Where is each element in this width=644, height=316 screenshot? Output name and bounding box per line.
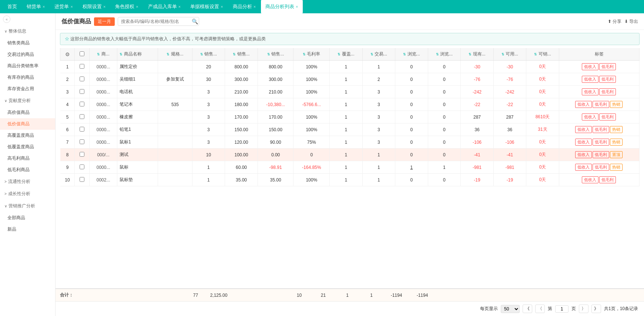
nav-sales[interactable]: 销货单 × bbox=[22, 0, 49, 13]
th-sale-qty[interactable]: ⇅ 销售... bbox=[192, 48, 225, 61]
cell-check[interactable] bbox=[75, 98, 89, 111]
sidebar-item-low-value[interactable]: 低价值商品 bbox=[0, 118, 55, 130]
cell-gross-rate: 100% bbox=[294, 111, 330, 123]
th-browse2[interactable]: ⇅ 浏览... bbox=[428, 48, 461, 61]
row-checkbox[interactable] bbox=[80, 152, 84, 157]
cell-spec bbox=[158, 136, 192, 149]
last-page-button[interactable]: 》 bbox=[591, 305, 601, 313]
cell-check[interactable] bbox=[75, 86, 89, 98]
sidebar-item-sales-products[interactable]: 销售类商品 bbox=[0, 37, 55, 49]
sidebar-group-contribution[interactable]: ∨ 贡献度分析 bbox=[0, 95, 55, 107]
search-submit-button[interactable]: 🔍 bbox=[192, 18, 198, 24]
sidebar-item-all-products[interactable]: 全部商品 bbox=[0, 212, 55, 224]
row-checkbox[interactable] bbox=[80, 177, 84, 182]
sidebar-item-low-margin[interactable]: 低毛利商品 bbox=[0, 164, 55, 176]
current-page-input[interactable] bbox=[555, 305, 568, 313]
row-checkbox[interactable] bbox=[80, 114, 84, 119]
search-input[interactable] bbox=[118, 17, 199, 26]
filter-button[interactable]: 近一月 bbox=[94, 17, 115, 26]
row-checkbox[interactable] bbox=[80, 64, 84, 69]
th-stock-available[interactable]: ⇅ 可用... bbox=[493, 48, 526, 61]
sidebar-group-circulation[interactable]: > 流通性分析 bbox=[0, 176, 55, 188]
sidebar-item-new-products[interactable]: 新品 bbox=[0, 224, 55, 235]
th-browse1[interactable]: ⇅ 浏览... bbox=[395, 48, 428, 61]
cell-check[interactable] bbox=[75, 161, 89, 174]
footer-spacer1 bbox=[76, 293, 91, 298]
cell-code: 0000... bbox=[89, 61, 117, 73]
th-sale-amount[interactable]: ⇅ 销售... bbox=[225, 48, 258, 61]
cell-check[interactable] bbox=[75, 111, 89, 123]
cell-stock2: 36 bbox=[493, 123, 526, 136]
cell-gross-rate: -164.85% bbox=[294, 161, 330, 174]
share-button[interactable]: ⬆ 分享 bbox=[608, 18, 621, 25]
row-checkbox[interactable] bbox=[80, 127, 84, 132]
nav-products[interactable]: 产成品入库单 × bbox=[144, 0, 185, 13]
sidebar-group-growth[interactable]: > 成长性分析 bbox=[0, 188, 55, 200]
nav-purchase[interactable]: 进货单 × bbox=[50, 0, 77, 13]
nav-analysis-list[interactable]: 商品分析列表 × bbox=[261, 0, 302, 13]
th-settings[interactable]: ⚙ bbox=[60, 48, 75, 61]
sidebar-item-high-coverage[interactable]: 高覆盖度商品 bbox=[0, 130, 55, 141]
th-sale-profit[interactable]: ⇅ 销售... bbox=[258, 48, 294, 61]
cell-tags: 低收入低毛利 bbox=[559, 73, 639, 86]
cell-browse1: 0 bbox=[395, 123, 428, 136]
cell-stock2: -981 bbox=[493, 161, 526, 174]
row-checkbox[interactable] bbox=[80, 77, 84, 81]
cell-tags: 低收入低毛利热销 bbox=[559, 161, 639, 174]
row-checkbox[interactable] bbox=[80, 164, 84, 169]
sidebar-item-high-value[interactable]: 高价值商品 bbox=[0, 107, 55, 118]
prev-page-button[interactable]: 〈 bbox=[535, 305, 545, 313]
sidebar-group-overall[interactable]: ∨ 整体信息 bbox=[0, 25, 55, 37]
tag: 低毛利 bbox=[593, 164, 609, 171]
th-checkbox[interactable] bbox=[75, 48, 89, 61]
share-icon: ⬆ bbox=[608, 19, 611, 24]
sidebar-item-traded[interactable]: 交易过的商品 bbox=[0, 49, 55, 60]
cell-tags: 低收入低毛利热销 bbox=[559, 98, 639, 111]
sidebar-item-category-rate[interactable]: 商品分类销售率 bbox=[0, 60, 55, 72]
first-page-button[interactable]: 《 bbox=[523, 305, 532, 313]
th-stock-current[interactable]: ⇅ 现有... bbox=[461, 48, 494, 61]
th-gross-rate[interactable]: ⇅ 毛利率 bbox=[294, 48, 330, 61]
nav-roles[interactable]: 角色授权 × bbox=[111, 0, 142, 13]
row-checkbox[interactable] bbox=[80, 89, 84, 94]
cell-sale1: 60.00 bbox=[225, 161, 258, 174]
th-stock-saleable[interactable]: ⇅ 可销... bbox=[526, 48, 559, 61]
cell-check[interactable] bbox=[75, 61, 89, 73]
sidebar-item-high-margin[interactable]: 高毛利商品 bbox=[0, 153, 55, 164]
nav-templates[interactable]: 单据模板设置 × bbox=[186, 0, 227, 13]
row-checkbox[interactable] bbox=[80, 139, 84, 144]
sidebar-item-stock-capital[interactable]: 库存资金占用 bbox=[0, 83, 55, 95]
cell-check[interactable] bbox=[75, 136, 89, 149]
sidebar-item-low-coverage[interactable]: 低覆盖度商品 bbox=[0, 141, 55, 153]
sidebar-item-stock-products[interactable]: 有库存的商品 bbox=[0, 72, 55, 83]
next-page-button[interactable]: 〉 bbox=[579, 305, 588, 313]
th-trade[interactable]: ⇅ 交易... bbox=[362, 48, 395, 61]
select-all-checkbox[interactable] bbox=[80, 51, 84, 56]
settings-icon[interactable]: ⚙ bbox=[65, 51, 70, 57]
cell-check[interactable] bbox=[75, 123, 89, 136]
nav-home[interactable]: 首页 bbox=[3, 0, 21, 13]
cell-code: 0000... bbox=[89, 98, 117, 111]
row-checkbox[interactable] bbox=[80, 102, 84, 106]
cell-check[interactable] bbox=[75, 149, 89, 161]
export-button[interactable]: ⬇ 导出 bbox=[624, 18, 638, 25]
sidebar-group-marketing[interactable]: ∨ 营销推广分析 bbox=[0, 200, 55, 212]
th-coverage[interactable]: ⇅ 覆盖... bbox=[330, 48, 363, 61]
cell-browse1[interactable]: 1 bbox=[395, 161, 428, 174]
nav-permissions[interactable]: 权限设置 × bbox=[78, 0, 110, 13]
cell-name: 属性定价 bbox=[117, 61, 158, 73]
sidebar-collapse-btn[interactable]: « bbox=[3, 16, 10, 23]
table-row: 5 0000... 橡皮擦 3 170.00 170.00 100% 1 3 0… bbox=[60, 111, 640, 123]
footer-stock2: -1194 bbox=[409, 293, 435, 298]
th-name[interactable]: ⇅ 商品名称 bbox=[117, 48, 158, 61]
th-spec[interactable]: ⇅ 规格... bbox=[158, 48, 192, 61]
nav-analysis[interactable]: 商品分析 × bbox=[228, 0, 260, 13]
cell-browse2: 0 bbox=[428, 73, 461, 86]
cell-stock1: -242 bbox=[461, 86, 494, 98]
cell-trade: 3 bbox=[362, 86, 395, 98]
cell-check[interactable] bbox=[75, 73, 89, 86]
cell-check[interactable] bbox=[75, 174, 89, 186]
th-code[interactable]: ⇅ 商... bbox=[89, 48, 117, 61]
per-page-select[interactable]: 50 100 200 bbox=[501, 305, 520, 313]
content-header: 低价值商品 近一月 🔍 ⬆ 分享 ⬇ 导出 bbox=[56, 13, 644, 30]
